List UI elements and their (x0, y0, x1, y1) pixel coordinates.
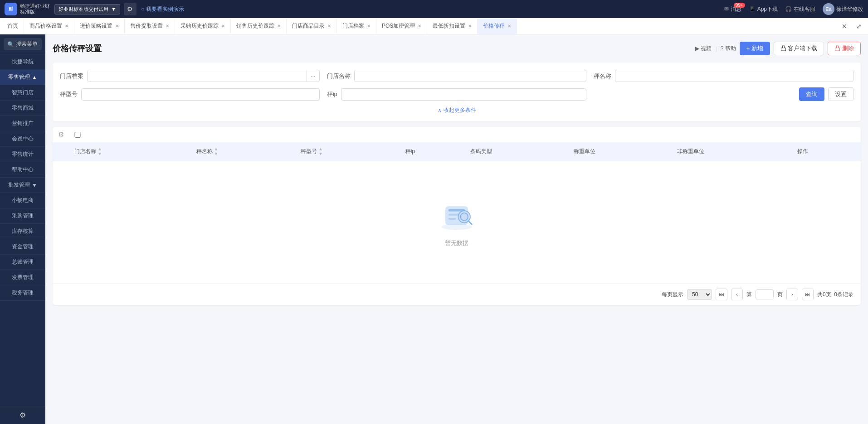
sidebar-item-retail-stats[interactable]: 零售统计 (0, 147, 45, 162)
version-selector[interactable]: 好业财标准版交付试用 ▼ (54, 4, 120, 14)
sidebar-item-tax-manage[interactable]: 税务管理 (0, 285, 45, 301)
tab-close-min-discount[interactable]: ✕ (468, 24, 472, 29)
tab-price-scale[interactable]: 价格传秤 ✕ (478, 18, 517, 34)
app-download-btn[interactable]: 📱 App下载 (749, 5, 778, 13)
help-icon: ? (721, 45, 724, 52)
tab-home[interactable]: 首页 (2, 18, 24, 34)
download-button[interactable]: 凸 客户端下载 (774, 42, 824, 55)
tab-bar-actions: ✕ ⤢ (837, 19, 866, 34)
sidebar-item-smart-store[interactable]: 智慧门店 (0, 85, 45, 101)
filter-row-1: 门店档案 ··· 门店名称 秤名称 (60, 70, 853, 82)
sidebar-item-fund-manage[interactable]: 资金管理 (0, 239, 45, 255)
sidebar-item-member-center[interactable]: 会员中心 (0, 131, 45, 147)
filter-scale-name: 秤名称 (594, 70, 853, 82)
tab-close-store-file[interactable]: ✕ (367, 24, 371, 29)
th-scale-model: 秤型号 ▲ ▼ (295, 142, 400, 161)
tab-sale-extract[interactable]: 售价提取设置 ✕ (125, 18, 175, 34)
query-button[interactable]: 查询 (799, 87, 824, 101)
filter-scale-model: 秤型号 (60, 88, 320, 101)
tab-sale-history[interactable]: 销售历史价跟踪 ✕ (231, 18, 287, 34)
th-sort-scale-name[interactable]: 秤名称 ▲ ▼ (196, 147, 290, 156)
page-unit: 页 (777, 291, 783, 299)
page-first-btn[interactable]: ⏮ (716, 289, 727, 300)
sidebar-item-retail-manage[interactable]: 零售管理 ▲ (0, 70, 45, 85)
page-prev-btn[interactable]: ‹ (731, 289, 743, 300)
tab-store-file[interactable]: 门店档案 ✕ (337, 18, 376, 34)
tab-close-purchase-strategy[interactable]: ✕ (115, 24, 119, 29)
th-sort-scale-model[interactable]: 秤型号 ▲ ▼ (301, 147, 395, 156)
messages-btn[interactable]: ✉ 消息 99+ (724, 5, 741, 13)
sidebar-settings[interactable]: ⚙ (0, 406, 45, 424)
table-gear-icon[interactable]: ⚙ (58, 130, 64, 139)
video-icon: ▶ (695, 45, 699, 52)
sidebar-item-purchase-manage[interactable]: 采购管理 (0, 208, 45, 224)
table-header-row: 门店名称 ▲ ▼ 秤名称 (53, 142, 861, 161)
sidebar-item-help-center[interactable]: 帮助中心 (0, 162, 45, 178)
tab-close-all-btn[interactable]: ✕ (837, 19, 852, 34)
tab-price-setting[interactable]: 商品价格设置 ✕ (24, 18, 74, 34)
store-file-input[interactable] (88, 70, 307, 82)
tab-restore-btn[interactable]: ⤢ (852, 19, 866, 34)
search-menu-button[interactable]: 🔍 搜索菜单 (4, 38, 42, 50)
settings-filter-button[interactable]: 设置 (828, 87, 853, 101)
sidebar-item-invoice-manage[interactable]: 发票管理 (0, 270, 45, 285)
tab-purchase-strategy[interactable]: 进价策略设置 ✕ (74, 18, 125, 34)
settings-gear-icon[interactable]: ⚙ (124, 3, 137, 15)
sort-icon-scale-name: ▲ ▼ (214, 147, 219, 156)
add-button[interactable]: + 新增 (740, 42, 770, 55)
delete-button[interactable]: 凸 删除 (828, 42, 861, 55)
scale-model-input[interactable] (81, 88, 320, 101)
scale-ip-input[interactable] (341, 88, 587, 101)
user-menu[interactable]: Ea 徐泽华修改 (823, 3, 863, 15)
online-service-btn[interactable]: 🎧 在线客服 (785, 5, 815, 13)
filter-buttons: 查询 设置 (594, 87, 853, 101)
tab-close-sale-history[interactable]: ✕ (277, 24, 281, 29)
sidebar-item-small-ecom[interactable]: 小畅电商 (0, 193, 45, 208)
sidebar-item-marketing[interactable]: 营销推广 (0, 116, 45, 131)
tab-close-purchase-history[interactable]: ✕ (221, 24, 225, 29)
tab-pos-encrypt[interactable]: POS加密管理 ✕ (376, 18, 427, 34)
tab-close-sale-extract[interactable]: ✕ (166, 24, 169, 29)
app-icon: 📱 (749, 6, 756, 12)
top-right: ✉ 消息 99+ 📱 App下载 🎧 在线客服 Ea 徐泽华修改 (724, 3, 863, 15)
top-bar: 财 畅捷通好业财 标准版 好业财标准版交付试用 ▼ ⚙ ○ 我要看实例演示 ✉ … (0, 0, 868, 18)
tab-close-pos-encrypt[interactable]: ✕ (418, 24, 421, 29)
tab-min-discount[interactable]: 最低折扣设置 ✕ (427, 18, 478, 34)
store-name-input[interactable] (354, 70, 587, 82)
th-sort-store-name[interactable]: 门店名称 ▲ ▼ (74, 147, 185, 156)
tab-close-price-scale[interactable]: ✕ (507, 24, 511, 29)
demo-link[interactable]: ○ 我要看实例演示 (141, 5, 184, 13)
sort-icon-store-name: ▲ ▼ (98, 147, 102, 156)
scale-name-input[interactable] (615, 70, 853, 82)
sidebar-item-quick-nav[interactable]: 快捷导航 (0, 54, 45, 70)
sidebar-item-inventory[interactable]: 库存核算 (0, 224, 45, 239)
filter-scale-ip: 秤ip (327, 88, 587, 101)
message-icon: ✉ (724, 6, 729, 12)
tab-store-catalog[interactable]: 门店商品目录 ✕ (287, 18, 337, 34)
scale-model-label: 秤型号 (60, 90, 78, 98)
sidebar-item-general-ledger[interactable]: 总账管理 (0, 255, 45, 270)
help-link[interactable]: ? 帮助 (721, 45, 736, 53)
tab-close-price-setting[interactable]: ✕ (65, 24, 68, 29)
collapse-row: ∧ 收起更多条件 (60, 106, 853, 114)
tab-close-store-catalog[interactable]: ✕ (327, 24, 331, 29)
sidebar-item-wholesale-manage[interactable]: 批发管理 ▼ (0, 178, 45, 193)
sidebar-item-retail-mall[interactable]: 零售商城 (0, 101, 45, 116)
content-area: 价格传秤设置 ▶ 视频 | ? 帮助 + 新增 凸 客户端下载 凸 删除 (45, 34, 868, 424)
scale-ip-label: 秤ip (327, 90, 337, 98)
table-card: ⚙ 门店名称 ▲ ▼ (53, 127, 861, 305)
page-last-btn[interactable]: ⏭ (802, 289, 814, 300)
page-number-input[interactable]: 1 (756, 289, 774, 299)
th-action: 操作 (792, 142, 861, 161)
video-link[interactable]: ▶ 视频 (695, 45, 712, 53)
select-all-checkbox[interactable] (69, 132, 86, 138)
tab-purchase-history[interactable]: 采购历史价跟踪 ✕ (175, 18, 231, 34)
page-next-btn[interactable]: › (786, 289, 798, 300)
collapse-btn[interactable]: ∧ 收起更多条件 (438, 106, 476, 114)
per-page-select[interactable]: 10 20 50 100 (687, 289, 712, 300)
store-file-more-icon[interactable]: ··· (307, 70, 319, 82)
page-label: 算 (746, 291, 752, 299)
filter-store-name: 门店名称 (327, 70, 587, 82)
top-actions: ⚙ (124, 3, 137, 15)
collapse-up-icon: ∧ (438, 107, 442, 114)
